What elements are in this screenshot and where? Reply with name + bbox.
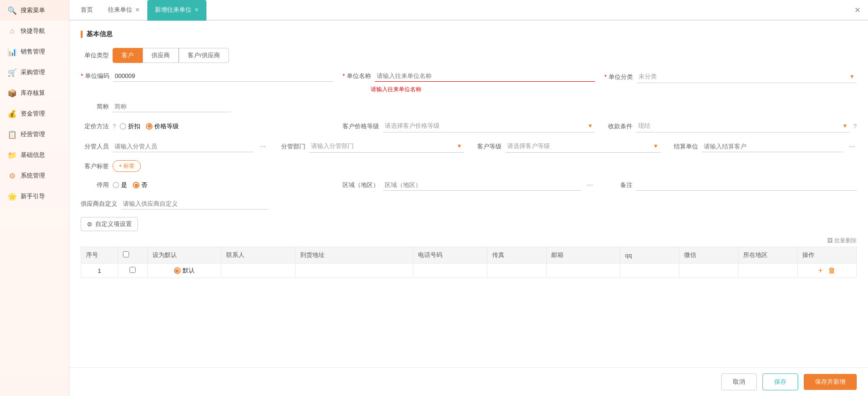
payment-condition-field: 收款条件 现结 ▼ ? xyxy=(604,120,857,132)
sidebar-item-quicknav[interactable]: ⌂ 快捷导航 xyxy=(0,21,69,41)
customer-price-level-select[interactable]: 请选择客户价格等级 ▼ xyxy=(383,120,595,132)
cell-contact[interactable] xyxy=(221,264,295,278)
sidebar-item-basicinfo[interactable]: 📁 基础信息 xyxy=(0,145,69,165)
radio-price-level-label: 价格等级 xyxy=(154,122,179,131)
col-header-seq: 序号 xyxy=(81,247,118,264)
footer: 取消 保存 保存并新增 xyxy=(69,367,868,396)
short-name-field: 简称 xyxy=(81,101,231,112)
batch-delete-area[interactable]: 🖼 批量删除 xyxy=(81,237,857,245)
unit-category-select[interactable]: 未分类 ▼ xyxy=(637,70,857,83)
region-input[interactable] xyxy=(383,179,581,191)
fax-input[interactable] xyxy=(492,267,541,274)
manager-label: 分管人员 xyxy=(81,142,109,151)
department-placeholder: 请输入分管部门 xyxy=(311,142,457,150)
btn-supplier[interactable]: 供应商 xyxy=(143,48,179,63)
save-and-new-button[interactable]: 保存并新增 xyxy=(804,374,857,390)
tab-partners-close[interactable]: ✕ xyxy=(135,7,140,13)
btn-both[interactable]: 客户/供应商 xyxy=(179,48,229,63)
cell-address[interactable] xyxy=(295,264,413,278)
customer-level-placeholder: 请选择客户等级 xyxy=(507,142,653,150)
region-cell-input[interactable] xyxy=(743,267,792,274)
department-label: 分管部门 xyxy=(277,142,305,151)
radio-discount[interactable]: 折扣 xyxy=(120,122,140,131)
cell-region[interactable] xyxy=(739,264,798,278)
cell-seq: 1 xyxy=(81,264,118,278)
tab-partners[interactable]: 往来单位 ✕ xyxy=(100,0,147,21)
tags-row: 客户标签 + 标签 xyxy=(81,160,857,172)
sidebar-item-guide[interactable]: 🌟 新手引导 xyxy=(0,186,69,207)
short-name-label: 简称 xyxy=(81,102,109,111)
sidebar-item-operations[interactable]: 📋 经营管理 xyxy=(0,124,69,145)
custom-settings-label: 自定义项设置 xyxy=(95,220,132,228)
unit-name-field: 单位名称 请输入往来单位名称 xyxy=(343,70,595,93)
department-select[interactable]: 请输入分管部门 ▼ xyxy=(309,140,464,153)
payment-condition-value: 现结 xyxy=(638,122,842,130)
phone-input[interactable] xyxy=(418,267,482,274)
payment-help-icon[interactable]: ? xyxy=(853,123,857,130)
radio-price-level[interactable]: 价格等级 xyxy=(146,122,179,131)
add-tag-button[interactable]: + 标签 xyxy=(113,160,141,172)
email-input[interactable] xyxy=(551,267,615,274)
pricing-help-icon[interactable]: ? xyxy=(113,123,116,130)
sidebar-item-label: 资金管理 xyxy=(21,109,45,118)
row-add-button[interactable]: + xyxy=(816,266,824,274)
sidebar-item-sales[interactable]: 📊 销售管理 xyxy=(0,41,69,62)
customer-level-select[interactable]: 请选择客户等级 ▼ xyxy=(505,140,661,153)
payment-condition-select[interactable]: 现结 ▼ xyxy=(636,120,850,132)
manager-more-btn[interactable]: ··· xyxy=(258,142,267,151)
sidebar-item-inventory[interactable]: 📦 库存核算 xyxy=(0,83,69,103)
cell-email[interactable] xyxy=(546,264,620,278)
default-radio[interactable]: 默认 xyxy=(152,266,216,275)
row-delete-button[interactable]: 🗑 xyxy=(826,266,838,274)
supplier-custom-input[interactable] xyxy=(121,198,268,210)
disabled-label: 停用 xyxy=(81,181,109,189)
sidebar-item-finance[interactable]: 💰 资金管理 xyxy=(0,103,69,124)
disabled-radio-group: 是 否 xyxy=(113,181,147,189)
payment-condition-chevron: ▼ xyxy=(842,123,848,129)
unit-name-input[interactable] xyxy=(375,70,595,82)
col-header-wechat: 微信 xyxy=(679,247,739,264)
radio-discount-label: 折扣 xyxy=(128,122,140,131)
department-chevron: ▼ xyxy=(457,143,462,149)
customer-price-level-field: 客户价格等级 请选择客户价格等级 ▼ xyxy=(343,120,595,132)
tab-new-partner-close[interactable]: ✕ xyxy=(194,7,199,13)
customer-level-label: 客户等级 xyxy=(473,142,502,151)
sidebar-item-label: 基础信息 xyxy=(21,151,45,159)
manager-input[interactable] xyxy=(113,141,254,152)
qq-input[interactable] xyxy=(625,267,674,274)
ops-icon: 📋 xyxy=(8,130,17,139)
sidebar-item-system[interactable]: ⚙ 系统管理 xyxy=(0,165,69,186)
settlement-unit-input[interactable] xyxy=(702,141,843,152)
unit-type-label: 单位类型 xyxy=(81,51,109,60)
tab-new-partner[interactable]: 新增往来单位 ✕ xyxy=(147,0,206,21)
select-all-checkbox[interactable] xyxy=(123,251,129,257)
region-more-btn[interactable]: ··· xyxy=(585,181,595,189)
contact-input[interactable] xyxy=(226,267,290,274)
wechat-input[interactable] xyxy=(684,267,733,274)
sidebar-item-purchase[interactable]: 🛒 采购管理 xyxy=(0,62,69,83)
unit-code-input[interactable] xyxy=(113,70,333,82)
sidebar: 🔍 搜索菜单 ⌂ 快捷导航 📊 销售管理 🛒 采购管理 📦 库存核算 💰 资金管… xyxy=(0,0,69,396)
address-input[interactable] xyxy=(300,267,409,274)
unit-type-row: 单位类型 客户 供应商 客户/供应商 xyxy=(81,48,857,63)
radio-yes[interactable]: 是 xyxy=(113,181,127,189)
sidebar-item-search[interactable]: 🔍 搜索菜单 xyxy=(0,0,69,21)
radio-no[interactable]: 否 xyxy=(133,181,147,189)
settlement-more-btn[interactable]: ··· xyxy=(847,142,857,151)
tabbar-close-button[interactable]: ✕ xyxy=(851,6,864,15)
custom-settings-button[interactable]: ⚙ 自定义项设置 xyxy=(81,217,138,231)
remark-input[interactable] xyxy=(636,179,857,191)
cell-wechat[interactable] xyxy=(679,264,739,278)
guide-icon: 🌟 xyxy=(8,192,17,201)
cell-qq[interactable] xyxy=(620,264,679,278)
tab-home[interactable]: 首页 xyxy=(73,0,100,21)
cell-phone[interactable] xyxy=(413,264,487,278)
region-field: 区域（地区） ··· xyxy=(343,179,595,191)
cell-fax[interactable] xyxy=(487,264,546,278)
btn-customer[interactable]: 客户 xyxy=(113,48,143,63)
gear-icon: ⚙ xyxy=(87,221,92,228)
row-checkbox[interactable] xyxy=(129,267,136,273)
cancel-button[interactable]: 取消 xyxy=(721,373,757,390)
short-name-input[interactable] xyxy=(113,101,231,112)
save-button[interactable]: 保存 xyxy=(762,373,798,390)
